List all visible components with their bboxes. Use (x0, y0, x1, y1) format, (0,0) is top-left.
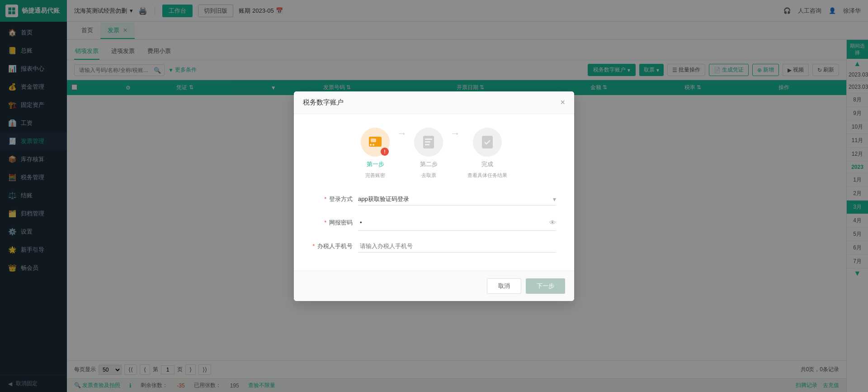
step-1-badge: ! (381, 148, 389, 156)
dialog-close-button[interactable]: × (560, 98, 565, 107)
dialog-header: 税务数字账户 × (294, 91, 574, 114)
tax-account-dialog: 税务数字账户 × ! 第一步 (294, 91, 574, 301)
phone-row: * 办税人手机号 (312, 240, 556, 253)
step-1-icon (367, 134, 383, 150)
step-1-icon-wrap: ! (361, 128, 390, 157)
step-3-label: 完成 (481, 160, 493, 168)
password-field-wrap: 👁 (358, 215, 556, 231)
next-step-button[interactable]: 下一步 (526, 278, 565, 294)
password-row: * 网报密码 👁 (312, 215, 556, 231)
phone-required: * (312, 243, 315, 249)
step-1: ! 第一步 完善账密 (361, 128, 390, 179)
step-2: 第二步 去取票 (414, 128, 443, 179)
step-1-label: 第一步 (367, 160, 384, 168)
password-label: * 网报密码 (312, 219, 353, 227)
svg-rect-7 (425, 144, 429, 145)
svg-rect-5 (425, 139, 432, 140)
toggle-password-icon[interactable]: 👁 (549, 219, 556, 226)
phone-label: * 办税人手机号 (312, 242, 353, 250)
step-3-icon-wrap (473, 128, 502, 157)
login-method-chevron-icon: ▾ (553, 196, 556, 203)
password-required: * (324, 219, 326, 226)
step-3-icon (479, 134, 495, 150)
login-method-row: * 登录方式 app获取验证码登录 ▾ (312, 193, 556, 206)
password-input[interactable] (358, 216, 549, 229)
step-3-desc: 查看具体任务结果 (467, 172, 507, 179)
step-arrow-2: → (443, 128, 467, 156)
login-method-label: * 登录方式 (312, 195, 353, 203)
svg-point-3 (373, 144, 374, 146)
step-arrow-1: → (390, 128, 414, 156)
login-method-value: app获取验证码登录 (358, 195, 409, 203)
phone-input[interactable] (358, 240, 556, 253)
dialog-footer: 取消 下一步 (294, 271, 574, 301)
dialog-title: 税务数字账户 (303, 98, 344, 107)
svg-rect-1 (371, 139, 376, 142)
step-2-desc: 去取票 (421, 172, 436, 179)
svg-point-2 (370, 144, 372, 146)
step-2-icon-wrap (414, 128, 443, 157)
step-1-desc: 完善账密 (365, 172, 385, 179)
svg-rect-8 (482, 136, 493, 148)
dialog-overlay: 税务数字账户 × ! 第一步 (0, 0, 868, 392)
login-method-required: * (324, 196, 326, 202)
step-2-label: 第二步 (420, 160, 438, 168)
step-3: 完成 查看具体任务结果 (467, 128, 507, 179)
steps: ! 第一步 完善账密 → 第二步 (312, 128, 556, 179)
cancel-button[interactable]: 取消 (487, 278, 521, 294)
dialog-body: ! 第一步 完善账密 → 第二步 (294, 114, 574, 271)
login-method-select[interactable]: app获取验证码登录 ▾ (358, 193, 556, 206)
step-2-icon (420, 134, 437, 150)
svg-rect-6 (425, 141, 430, 143)
